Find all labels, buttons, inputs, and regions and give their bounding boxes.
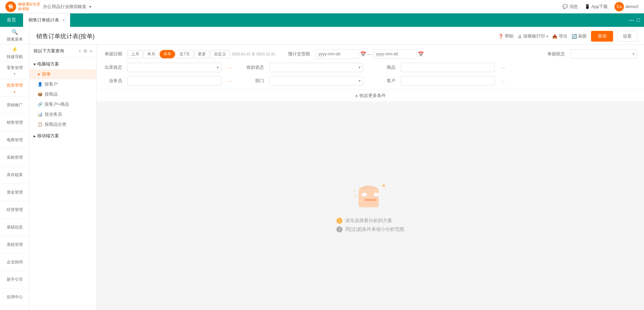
salesman-scheme-icon: 📊 <box>38 112 43 117</box>
refresh-btn[interactable]: 🔄 刷新 <box>572 33 587 39</box>
scheme-pc-header[interactable]: ▾ 电脑端方案 <box>30 59 96 69</box>
user-name: demo2 <box>625 4 639 9</box>
svg-text:✦: ✦ <box>353 189 356 192</box>
scheme-mobile-section[interactable]: ▸ 移动端方案 <box>30 131 96 141</box>
quicknav-icon: ⚡ <box>11 46 18 53</box>
scheme-collapse-icon[interactable]: « <box>90 48 92 54</box>
page-header: 销售订单统计表(按单) ❓ 帮助 🖨 按模板打印 ▾ 📤 导出 🔄 刷新 <box>30 27 644 45</box>
ship-more-icon[interactable]: ··· <box>228 65 232 70</box>
svg-rect-0 <box>359 189 379 207</box>
sidebar-item-ecommerce[interactable]: 电商管理 <box>0 132 29 149</box>
help-icon: ❓ <box>498 34 503 39</box>
sidebar-item-guide[interactable]: 新手引导 <box>0 271 29 289</box>
date-prev-month-btn[interactable]: 上月 <box>127 50 143 58</box>
date-7days-btn[interactable]: 近7天 <box>176 50 194 58</box>
agent-label: 业务员 <box>103 78 122 84</box>
date-more-btn[interactable]: 更多 <box>194 50 210 58</box>
date-curr-month-btn[interactable]: 本月 <box>144 50 159 58</box>
logo-text: 畅捷通好生意 标准版 <box>18 2 40 11</box>
sidebar-item-appcenter[interactable]: 应用中心 <box>0 289 29 306</box>
calendar-icon-1: 📅 <box>360 51 366 57</box>
collapse-arrow-icon: ∧ <box>355 93 358 98</box>
user-menu[interactable]: Ea demo2 <box>614 2 639 11</box>
svg-rect-1 <box>362 193 367 196</box>
goods-label: 商品 <box>377 64 395 70</box>
customer-input[interactable] <box>401 76 495 86</box>
print-icon: 🖨 <box>518 34 522 39</box>
scheme-pc-label: 电脑端方案 <box>37 61 59 67</box>
sidebar-item-purchase[interactable]: 采购管理 <box>0 149 29 166</box>
scheme-item-by-goods[interactable]: 📦 按商品 <box>30 89 96 99</box>
right-panel: 单据日期 上月 本月 本年 近7天 更多 自定义 2023-01-01 至 20… <box>97 45 644 310</box>
scheme-panel: 按以下方案查询 + ⚙ « ▾ 电脑端方案 ● 按单 <box>30 45 97 310</box>
topbar-right: 💬 消息 📱 App下载 Ea demo2 <box>562 2 639 11</box>
sidebar-item-basic-info[interactable]: 基础信息 <box>0 219 29 236</box>
sidebar-item-wholesale[interactable]: 批发管理 ▴ <box>0 79 29 97</box>
scheme-settings-icon[interactable]: ⚙ <box>83 48 88 54</box>
date-custom-btn[interactable]: 自定义 <box>210 50 230 58</box>
agent-input[interactable] <box>127 76 221 86</box>
goods-scheme-icon: 📦 <box>38 92 43 97</box>
scheme-item-by-order[interactable]: ● 按单 <box>30 69 96 79</box>
scheme-item-by-category[interactable]: 📋 按商品分类 <box>30 119 96 130</box>
goods-more-icon[interactable]: ··· <box>501 65 505 70</box>
export-btn[interactable]: 📤 导出 <box>552 33 568 39</box>
sidebar-item-system[interactable]: 系统管理 <box>0 236 29 254</box>
app-download-btn[interactable]: 📱 App下载 <box>585 4 608 10</box>
print-arrow-icon: ▾ <box>546 35 548 38</box>
ship-status-select[interactable] <box>127 63 221 72</box>
message-btn[interactable]: 💬 消息 <box>562 4 578 10</box>
expected-date-to[interactable] <box>373 49 417 59</box>
tab-active[interactable]: 销售订单统计表 × <box>23 13 70 27</box>
ship-status-select-wrap: ▾ <box>127 63 221 72</box>
status-select[interactable] <box>570 49 637 59</box>
date-this-year-btn[interactable]: 本年 <box>160 50 175 58</box>
expected-date-from[interactable] <box>315 49 359 59</box>
minimize-icon[interactable]: — <box>629 17 634 23</box>
wholesale-arrow-icon: ▴ <box>14 90 15 93</box>
sidebar-item-search[interactable]: 🔍 搜索菜单 <box>0 27 29 44</box>
empty-state: ✦ ✦ 1 请先选择要分析的方案 2 用[过滤]条件来缩小分析范围 <box>97 179 644 232</box>
pay-status-select[interactable] <box>269 63 363 72</box>
setting-button[interactable]: 设置 <box>617 31 637 42</box>
dept-select[interactable] <box>269 76 363 86</box>
tab-close-icon[interactable]: × <box>62 18 65 22</box>
tabbar-right: — □ <box>629 17 644 23</box>
query-button[interactable]: 查询 <box>591 31 613 42</box>
download-icon: 📱 <box>585 4 590 9</box>
svg-point-5 <box>354 195 356 197</box>
scheme-item-by-customer[interactable]: 👤 按客户 <box>30 79 96 89</box>
sidebar-item-collab[interactable]: 企业协同 <box>0 254 29 271</box>
tip-text-2: 用[过滤]条件来缩小分析范围 <box>345 226 404 232</box>
collapse-btn[interactable]: ∧ 收起更多条件 <box>97 90 644 101</box>
agent-more-icon[interactable]: ··· <box>228 79 232 84</box>
empty-illustration: ✦ ✦ <box>350 179 390 212</box>
tip-num-2: 2 <box>336 226 342 232</box>
scheme-add-icon[interactable]: + <box>78 48 81 54</box>
sidebar-item-finance[interactable]: 资金管理 <box>0 184 29 201</box>
maximize-icon[interactable]: □ <box>637 17 640 23</box>
sidebar-item-quicknav[interactable]: ⚡ 快捷导航 <box>0 44 29 62</box>
app-dropdown-icon[interactable]: ▾ <box>89 4 91 9</box>
main-layout: 🔍 搜索菜单 ⚡ 快捷导航 零售管理 ▾ 批发管理 ▴ 营销推广 销售管理 电商… <box>0 27 644 310</box>
sidebar-item-wechat[interactable]: 企业微信 <box>0 306 29 310</box>
scheme-item-by-salesman[interactable]: 📊 按业务员 <box>30 109 96 119</box>
print-btn[interactable]: 🖨 按模板打印 ▾ <box>518 33 548 39</box>
help-btn[interactable]: ❓ 帮助 <box>498 33 514 39</box>
customer-scheme-icon: 👤 <box>38 82 43 87</box>
status-select-wrap: ▾ <box>570 49 637 59</box>
refresh-icon: 🔄 <box>572 34 577 39</box>
sidebar-item-marketing[interactable]: 营销推广 <box>0 97 29 114</box>
sidebar-item-retail[interactable]: 零售管理 ▾ <box>0 62 29 79</box>
export-icon: 📤 <box>552 34 557 39</box>
customer-more-icon[interactable]: ··· <box>501 79 505 84</box>
scheme-item-by-customer-goods[interactable]: 🔗 按客户+商品 <box>30 99 96 109</box>
goods-input[interactable] <box>401 63 495 72</box>
tab-home[interactable]: 首页 <box>0 13 23 27</box>
status-label: 单据状态 <box>546 51 565 57</box>
scheme-header-actions: + ⚙ « <box>78 48 92 54</box>
sidebar-item-inventory[interactable]: 库存核算 <box>0 166 29 184</box>
sidebar-item-sales[interactable]: 销售管理 <box>0 114 29 132</box>
content-area: 销售订单统计表(按单) ❓ 帮助 🖨 按模板打印 ▾ 📤 导出 🔄 刷新 <box>30 27 644 310</box>
sidebar-item-operations[interactable]: 经营管理 <box>0 201 29 219</box>
